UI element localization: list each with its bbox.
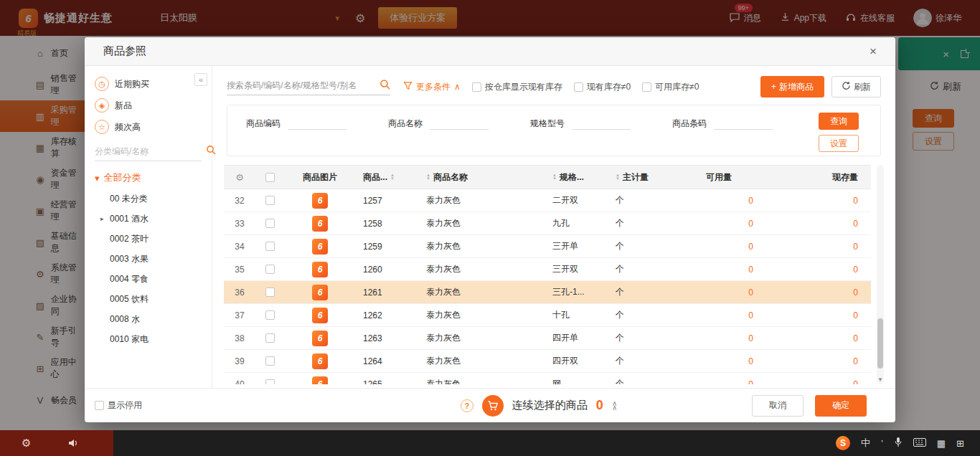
filter-field-input[interactable] (714, 117, 773, 130)
cart-icon[interactable] (482, 395, 504, 417)
speaker-icon[interactable] (68, 438, 80, 448)
table-row[interactable]: 3561260泰力灰色三开双个00 (224, 258, 871, 281)
scroll-down-icon[interactable]: ▼ (877, 376, 884, 383)
quick-filter-new-items[interactable]: ◈新品 (95, 95, 203, 116)
ime-toolbox-icon[interactable]: ⊞ (956, 438, 964, 449)
available-qty: 0 (676, 281, 762, 303)
row-checkbox[interactable] (265, 242, 275, 251)
keyboard-icon[interactable] (913, 438, 926, 449)
product-search-input[interactable] (227, 80, 380, 90)
onhand-qty: 0 (762, 304, 871, 326)
category-item[interactable]: 0002 茶叶 (95, 229, 203, 249)
ime-language-icon[interactable]: 中 (861, 437, 870, 450)
checkbox-available-nonzero[interactable]: 可用库存≠0 (642, 81, 699, 93)
onhand-qty: 0 (762, 281, 871, 303)
checkbox-onhand-nonzero[interactable]: 现有库存≠0 (574, 81, 631, 93)
gear-icon[interactable]: ⚙ (22, 437, 31, 450)
filter-field: 规格型号 (530, 117, 631, 130)
table-row[interactable]: 3761262泰力灰色十孔个00 (224, 304, 871, 327)
search-icon[interactable] (380, 79, 390, 92)
checkbox-show-by-warehouse[interactable]: 按仓库显示现有库存 (472, 81, 562, 93)
more-conditions-toggle[interactable]: 更多条件 ∧ (403, 81, 461, 93)
product-unit: 个 (607, 212, 676, 234)
row-index: 40 (224, 373, 255, 384)
microphone-icon[interactable] (894, 437, 903, 450)
scrollbar-thumb[interactable] (877, 318, 883, 369)
row-checkbox[interactable] (265, 219, 275, 228)
table-row[interactable]: 3361258泰力灰色九孔个00 (224, 212, 871, 235)
category-search-input[interactable] (95, 146, 206, 156)
category-item[interactable]: 0005 饮料 (95, 289, 203, 309)
product-name: 泰力灰色 (419, 235, 548, 257)
show-disabled-checkbox[interactable]: 显示停用 (95, 399, 142, 412)
row-index: 33 (224, 212, 255, 234)
select-all-checkbox[interactable] (265, 173, 275, 182)
row-index: 32 (224, 189, 255, 212)
column-onhand[interactable]: 现存量 (762, 166, 871, 189)
refresh-button[interactable]: 刷新 (831, 76, 881, 98)
column-product-code[interactable]: 商品...▲▼ (356, 166, 419, 189)
available-qty: 0 (676, 327, 762, 349)
column-spec[interactable]: ▲▼规格... (548, 166, 607, 189)
category-label: 0004 零食 (110, 273, 149, 285)
row-checkbox[interactable] (265, 265, 275, 274)
table-row[interactable]: 3961264泰力灰色四开双个00 (224, 350, 871, 373)
table-row[interactable]: 3661261泰力灰色三孔-1...个00 (224, 281, 871, 304)
sort-icon[interactable]: ▲▼ (426, 174, 430, 181)
product-unit: 个 (607, 258, 676, 280)
product-name: 泰力灰色 (419, 373, 548, 384)
table-row[interactable]: 3261257泰力灰色二开双个00 (224, 189, 871, 212)
table-row[interactable]: 3861263泰力灰色四开单个00 (224, 327, 871, 350)
row-checkbox[interactable] (265, 288, 275, 297)
product-name: 泰力灰色 (419, 350, 548, 372)
product-unit: 个 (607, 327, 676, 349)
product-unit: 个 (607, 281, 676, 303)
expand-caret-icon[interactable]: ▸ (100, 215, 110, 222)
quick-filter-high-frequency[interactable]: ☆频次高 (95, 116, 203, 138)
category-item[interactable]: 0004 零食 (95, 269, 203, 289)
row-checkbox[interactable] (265, 356, 275, 366)
column-settings-icon[interactable]: ⚙ (235, 172, 244, 183)
product-code: 1257 (356, 189, 419, 212)
filter-fields: 商品编码商品名称规格型号商品条码 (246, 117, 773, 130)
row-checkbox[interactable] (265, 379, 275, 384)
table-row[interactable]: 3461259泰力灰色三开单个00 (224, 235, 871, 258)
filter-field-input[interactable] (572, 117, 631, 130)
quick-filter-recent-buy[interactable]: ◷近期购买 (95, 73, 203, 95)
category-root[interactable]: ▾ 全部分类 (95, 167, 203, 189)
query-button[interactable]: 查询 (819, 113, 859, 130)
sogou-ime-icon[interactable]: S (836, 436, 850, 450)
help-icon[interactable]: ? (461, 399, 473, 412)
row-checkbox[interactable] (265, 333, 275, 343)
filter-settings-button[interactable]: 设置 (819, 135, 859, 152)
confirm-button[interactable]: 确定 (815, 395, 867, 417)
product-image: 6 (312, 353, 328, 369)
category-item[interactable]: 0008 水 (95, 309, 203, 329)
row-checkbox[interactable] (265, 196, 275, 205)
filter-field-input[interactable] (288, 117, 347, 130)
category-item[interactable]: ▸0001 酒水 (95, 209, 203, 229)
table-scrollbar[interactable]: ▼ (877, 165, 884, 384)
quick-filter-label: 新品 (115, 100, 132, 112)
column-available[interactable]: 可用量 (676, 166, 762, 189)
filter-field-input[interactable] (430, 117, 489, 130)
dialog-title: 商品参照 (103, 44, 146, 58)
column-product-name[interactable]: ▲▼商品名称 (419, 166, 548, 189)
category-item[interactable]: 0010 家电 (95, 329, 203, 349)
add-product-button[interactable]: + 新增商品 (760, 76, 824, 98)
sort-icon[interactable]: ▲▼ (616, 174, 620, 181)
sort-icon[interactable]: ▲▼ (390, 174, 395, 181)
table-row[interactable]: 4061265泰力灰色网...个00 (224, 373, 871, 384)
column-unit[interactable]: ▲▼主计量 (607, 166, 676, 189)
cancel-button[interactable]: 取消 (752, 395, 804, 417)
ime-panel-icon[interactable]: ▦ (937, 438, 946, 449)
close-icon[interactable]: × (870, 44, 877, 59)
category-item[interactable]: 0003 水果 (95, 249, 203, 269)
collapse-panel-button[interactable]: « (194, 73, 207, 86)
row-checkbox[interactable] (265, 310, 275, 320)
category-item[interactable]: 00 未分类 (95, 189, 203, 209)
ime-punctuation-icon[interactable]: ’ (881, 438, 883, 449)
sort-icon[interactable]: ▲▼ (552, 174, 557, 181)
available-qty: 0 (676, 373, 762, 384)
collapse-cart-icon[interactable]: ∧∧ (612, 402, 617, 410)
